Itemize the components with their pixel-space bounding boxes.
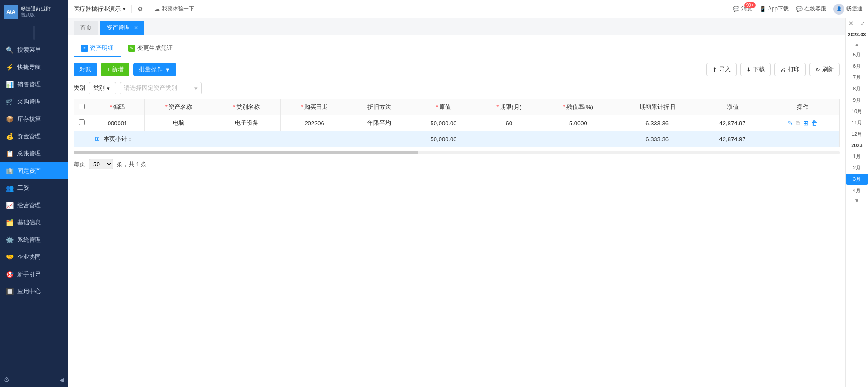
sidebar-item-enterprise[interactable]: 🤝 企业协同 bbox=[0, 248, 68, 266]
filter-row: 类别 类别 ▾ 请选择固定资产类别 ▾ bbox=[74, 82, 840, 94]
edit-icon[interactable]: ✎ bbox=[788, 119, 793, 127]
system-icon: ⚙️ bbox=[5, 236, 14, 244]
month-6[interactable]: 6月 bbox=[846, 60, 868, 72]
cell-code: 000001 bbox=[90, 115, 145, 131]
sidebar-item-guide[interactable]: 🎯 新手引导 bbox=[0, 266, 68, 283]
right-panel-header: ✕ ⤢ bbox=[846, 18, 868, 29]
sidebar-item-search[interactable]: 🔍 搜索菜单 bbox=[0, 41, 68, 59]
sidebar-item-inventory[interactable]: 📦 库存核算 bbox=[0, 110, 68, 128]
reconcile-button[interactable]: 对账 bbox=[74, 63, 97, 76]
sidebar-item-payroll[interactable]: 👥 工资 bbox=[0, 179, 68, 197]
print-button[interactable]: 🖨 打印 bbox=[774, 63, 806, 76]
panel-expand-icon[interactable]: ⤢ bbox=[860, 20, 865, 27]
per-page-select[interactable]: 50 100 200 bbox=[89, 159, 113, 169]
month-10[interactable]: 10月 bbox=[846, 106, 868, 117]
cell-action: ✎ ⧉ ⊞ 🗑 bbox=[766, 115, 839, 131]
scroll-up-btn[interactable]: ▲ bbox=[846, 40, 868, 49]
experience-btn[interactable]: ☁ 我要体验一下 bbox=[154, 5, 194, 13]
sidebar-item-fixed-assets[interactable]: 🏢 固定资产 bbox=[0, 162, 68, 179]
year-2023-label: 2023 bbox=[849, 140, 864, 151]
right-panel-scroll: 2023.03 ▲ 5月 6月 7月 8月 9月 10月 11月 12月 202… bbox=[846, 29, 868, 387]
delete-icon[interactable]: 🗑 bbox=[811, 119, 818, 127]
collapse-icon[interactable]: ◀ bbox=[60, 376, 64, 383]
sidebar-item-ledger[interactable]: 📋 总账管理 bbox=[0, 145, 68, 162]
copy-icon[interactable]: ⧉ bbox=[796, 119, 800, 127]
month-7[interactable]: 7月 bbox=[846, 72, 868, 83]
tab-home[interactable]: 首页 bbox=[74, 21, 98, 35]
subtotal-label: 本页小计： bbox=[104, 135, 133, 142]
service-icon: 💬 bbox=[796, 6, 803, 12]
scroll-down-btn[interactable]: ▼ bbox=[846, 196, 868, 205]
sidebar-item-funds[interactable]: 💰 资金管理 bbox=[0, 128, 68, 145]
cell-net-value: 42,874.97 bbox=[699, 115, 766, 131]
toolbar-right: ⬆ 导入 ⬇ 下载 🖨 打印 ↻ 刷新 bbox=[706, 63, 840, 76]
table-header-row: *编码 *资产名称 *类别名称 *购买日期 折旧方法 *原值 *期限(月) *残… bbox=[74, 99, 840, 115]
refresh-button[interactable]: ↻ 刷新 bbox=[809, 63, 840, 76]
month-2[interactable]: 2月 bbox=[846, 162, 868, 174]
basic-info-icon: 🗂️ bbox=[5, 218, 14, 227]
sub-tab-generate-voucher[interactable]: ✎ 变更生成凭证 bbox=[121, 40, 180, 57]
main-area: 医疗器械行业演示 ▾ ⚙ ☁ 我要体验一下 💬 消息 99+ 📱 App下载 💬… bbox=[68, 0, 868, 387]
month-8[interactable]: 8月 bbox=[846, 83, 868, 94]
action-icons: ✎ ⧉ ⊞ 🗑 bbox=[771, 119, 835, 127]
filter-value-arrow: ▾ bbox=[194, 85, 198, 92]
month-9[interactable]: 9月 bbox=[846, 94, 868, 106]
download-button[interactable]: ⬇ 下载 bbox=[740, 63, 771, 76]
download-toolbar-icon: ⬇ bbox=[746, 66, 751, 73]
purchase-icon: 🛒 bbox=[5, 98, 14, 106]
horizontal-scrollbar[interactable] bbox=[74, 151, 840, 154]
company-settings-icon[interactable]: ⚙ bbox=[137, 5, 143, 13]
cell-original-value: 50,000.00 bbox=[410, 115, 477, 131]
app-download-btn[interactable]: 📱 App下载 bbox=[759, 5, 789, 13]
select-all-checkbox[interactable] bbox=[79, 104, 85, 109]
month-3[interactable]: 3月 bbox=[846, 174, 868, 185]
topbar: 医疗器械行业演示 ▾ ⚙ ☁ 我要体验一下 💬 消息 99+ 📱 App下载 💬… bbox=[68, 0, 868, 18]
toolbar: 对账 + 新增 批量操作 ▼ ⬆ 导入 ⬇ bbox=[74, 63, 840, 76]
batch-button[interactable]: 批量操作 ▼ bbox=[133, 63, 176, 76]
cloud-icon: ☁ bbox=[154, 6, 160, 12]
company-name: 医疗器械行业演示 bbox=[74, 5, 121, 13]
tab-close-icon[interactable]: × bbox=[134, 24, 138, 31]
tab-asset-management[interactable]: 资产管理 × bbox=[100, 21, 144, 35]
sidebar-item-apps[interactable]: 🔲 应用中心 bbox=[0, 283, 68, 300]
cell-residual-rate: 5.0000 bbox=[541, 115, 615, 131]
sidebar-item-sales[interactable]: 📊 销售管理 bbox=[0, 76, 68, 93]
sidebar-item-basic-info[interactable]: 🗂️ 基础信息 bbox=[0, 214, 68, 231]
sub-tab-asset-detail[interactable]: ≡ 资产明细 bbox=[74, 40, 121, 57]
col-name: *资产名称 bbox=[145, 99, 213, 115]
online-service-btn[interactable]: 💬 在线客服 bbox=[796, 5, 826, 13]
sidebar-item-operations[interactable]: 📈 经营管理 bbox=[0, 197, 68, 214]
row-checkbox[interactable] bbox=[79, 119, 85, 125]
month-5[interactable]: 5月 bbox=[846, 49, 868, 60]
fixed-assets-icon: 🏢 bbox=[5, 167, 14, 175]
payroll-icon: 👥 bbox=[5, 184, 14, 192]
month-12[interactable]: 12月 bbox=[846, 129, 868, 140]
company-selector[interactable]: 医疗器械行业演示 ▾ bbox=[74, 5, 126, 13]
col-action: 操作 bbox=[766, 99, 839, 115]
user-avatar-btn[interactable]: 👤 畅捷通 bbox=[833, 4, 863, 15]
total-label: 条，共 1 条 bbox=[117, 160, 147, 169]
toolbar-left: 对账 + 新增 批量操作 ▼ bbox=[74, 63, 176, 76]
sidebar-item-purchase[interactable]: 🛒 采购管理 bbox=[0, 93, 68, 110]
sidebar-item-system[interactable]: ⚙️ 系统管理 bbox=[0, 231, 68, 248]
scrollbar-thumb bbox=[74, 151, 418, 154]
message-btn[interactable]: 💬 消息 99+ bbox=[733, 5, 752, 13]
clone-icon[interactable]: ⊞ bbox=[803, 119, 808, 127]
enterprise-icon: 🤝 bbox=[5, 253, 14, 261]
table-wrap: *编码 *资产名称 *类别名称 *购买日期 折旧方法 *原值 *期限(月) *残… bbox=[74, 99, 840, 147]
sub-tabs: ≡ 资产明细 ✎ 变更生成凭证 bbox=[74, 40, 840, 57]
right-panel: ✕ ⤢ 2023.03 ▲ 5月 6月 7月 8月 9月 10月 11月 12月… bbox=[845, 18, 868, 387]
inventory-icon: 📦 bbox=[5, 115, 14, 123]
settings-icon[interactable]: ⚙ bbox=[4, 376, 10, 383]
content-area: 首页 资产管理 × ≡ 资产明细 ✎ 变更生成凭证 bbox=[68, 18, 845, 387]
new-button[interactable]: + 新增 bbox=[101, 63, 129, 76]
month-11[interactable]: 11月 bbox=[846, 117, 868, 129]
month-1[interactable]: 1月 bbox=[846, 151, 868, 162]
panel-close-icon[interactable]: ✕ bbox=[848, 20, 853, 27]
category-type-select[interactable]: 类别 ▾ bbox=[89, 82, 116, 94]
month-4[interactable]: 4月 bbox=[846, 185, 868, 196]
import-button[interactable]: ⬆ 导入 bbox=[706, 63, 737, 76]
app-edition: 普及版 bbox=[21, 12, 51, 18]
sidebar-item-quicknav[interactable]: ⚡ 快捷导航 bbox=[0, 59, 68, 76]
category-value-select[interactable]: 请选择固定资产类别 ▾ bbox=[120, 82, 202, 94]
